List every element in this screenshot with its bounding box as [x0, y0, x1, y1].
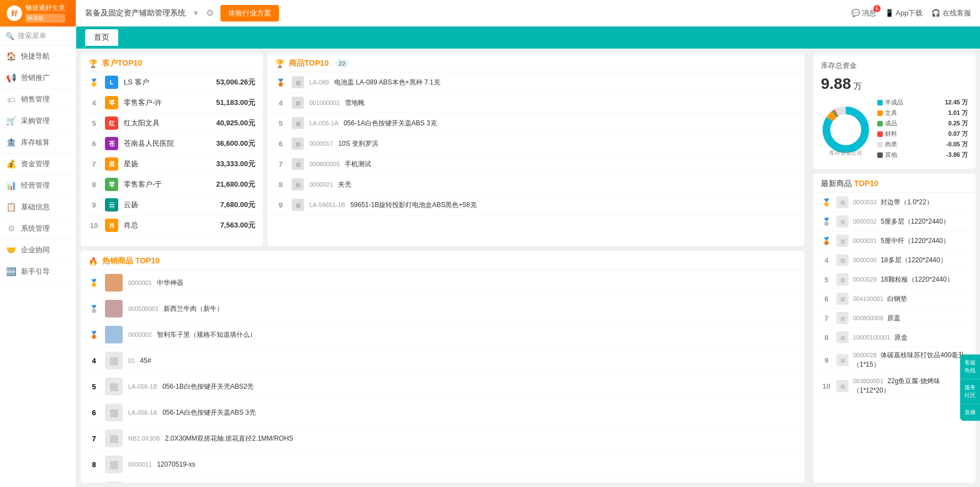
inventory-header: 库存总资金	[821, 61, 968, 71]
online-service-btn[interactable]: 🎧 在线客服	[931, 8, 971, 18]
tab-home[interactable]: 首页	[85, 29, 118, 46]
avatar: 零	[105, 178, 118, 191]
product-code: 10000100001	[853, 334, 890, 341]
trial-button[interactable]: 体验行业方案	[220, 5, 279, 22]
topbar-right: 💬 消息 6 📱 App下载 🎧 在线客服	[851, 8, 971, 18]
sidebar-header: 好 畅捷通好生意 标准版	[0, 0, 76, 27]
content-area: 🏆 客户TOP10 🥇 L LS 客户 53,006.26元 4 零 零售客户-…	[76, 49, 980, 487]
sidebar-item-sales[interactable]: 🏷 销售管理	[0, 89, 76, 110]
new-product-item: 🥇 ▦ 0000033 封边带（1.0*22）	[813, 193, 976, 212]
product-info: 000800005 手机测试	[309, 160, 797, 169]
product-icon: ▦	[292, 178, 304, 190]
product-info: 000800008 原盖	[853, 314, 968, 323]
customer-value: 7,680.00元	[220, 200, 255, 210]
product-name: 056-1B白色按键开关壳ABS2壳	[162, 383, 254, 390]
avatar: 苍	[105, 137, 118, 150]
new-product-item: 9 ▦ 0000028 体碳嘉枝味苏打饮品400毫升（1*15）	[813, 347, 976, 373]
avatar: L	[105, 76, 118, 89]
sidebar-item-system[interactable]: ⚙ 系统管理	[0, 218, 76, 240]
product-info: 0000028 体碳嘉枝味苏打饮品400毫升（1*15）	[853, 351, 968, 369]
product-rank-item: 9 ▦ LA-59651-1B 59651-1B旋转投影灯电池盒ABS黑色+58…	[267, 195, 804, 215]
new-product-item: 🥈 ▦ 0000032 5厘多层（1220*2440）	[813, 212, 976, 231]
sidebar-item-operation[interactable]: 📊 经营管理	[0, 175, 76, 197]
legend-value: -0.05 万	[946, 140, 968, 149]
rank-number: 5	[275, 119, 286, 128]
product-name: 59651-1B旋转投影灯电池盒ABS黑色+58克	[350, 201, 476, 209]
notification-badge: 6	[873, 5, 881, 12]
app-download-btn[interactable]: 📱 App下载	[885, 8, 923, 18]
float-btn-community[interactable]: 服务社区	[960, 379, 980, 404]
product-info: 0000029 18颗粒板（1220*2440）	[853, 275, 968, 284]
sidebar-search[interactable]: 🔍 搜索菜单	[0, 27, 76, 46]
rank-number: 5	[821, 276, 832, 284]
sidebar-item-enterprise[interactable]: 🤝 企业协同	[0, 240, 76, 261]
inventory-card: 库存总资金 9.88 万	[813, 53, 976, 169]
avatar: 零	[105, 96, 118, 109]
product-info: 0000030 18多层（1220*2440）	[853, 256, 968, 265]
product-name: 夹壳	[338, 181, 351, 188]
product-name: 智利车子里（规格不知道填什么）	[157, 331, 256, 338]
sidebar-item-label: 新手引导	[21, 267, 50, 277]
donut-label: 库存资金占比	[821, 149, 871, 157]
product-rank-list: 🥉 ▦ LA-089 电池盖 LA-089 ABS本色+黑种 7.1克 4 ▦ …	[267, 72, 804, 246]
customer-rank-header: 🏆 客户TOP10	[81, 53, 263, 72]
avatar: 肖	[105, 219, 118, 232]
sidebar-item-label: 库存核算	[21, 137, 50, 147]
topbar: 装备及固定资产辅助管理系统 ▼ ⚙ 体验行业方案 💬 消息 6 📱 App下载 …	[76, 0, 980, 27]
product-icon: ▦	[836, 312, 849, 324]
customer-name: 云扬	[124, 200, 214, 210]
product-image	[105, 274, 123, 292]
legend-dot	[877, 110, 883, 116]
new-top-label: TOP10	[854, 179, 878, 188]
rank-number: 9	[275, 201, 286, 209]
hot-product-item: 🥇 0000001 中华神器	[81, 270, 804, 296]
customer-name: 星扬	[124, 159, 210, 169]
sidebar-item-guide[interactable]: 🆕 新手引导	[0, 261, 76, 283]
product-name: 电池盖 LA-089 ABS本色+黑种 7.1克	[334, 78, 440, 86]
product-name: 056-1A白色按键开关盖ABS 3克	[344, 119, 437, 127]
customer-rank-item: 7 星 星扬 33,333.00元	[81, 154, 263, 174]
hot-product-item: 🥈 000500001 新西兰牛肉（新牛）	[81, 296, 804, 322]
rank-number: 6	[821, 295, 832, 303]
product-code: 0000031	[853, 237, 877, 244]
search-icon: 🔍	[6, 32, 14, 40]
product-rank-header: 🏆 商品TOP10 22	[267, 53, 804, 72]
legend-name: 半成品	[885, 98, 942, 107]
new-badge: 22	[335, 59, 349, 68]
product-name: 原盖	[887, 314, 900, 322]
main-area: 装备及固定资产辅助管理系统 ▼ ⚙ 体验行业方案 💬 消息 6 📱 App下载 …	[76, 0, 980, 487]
settings-icon[interactable]: ⚙	[206, 8, 214, 18]
rank-number: 7	[821, 314, 832, 322]
float-btn-service[interactable]: 客服热线	[960, 354, 980, 379]
customer-rank-item: 4 零 零售客户-许 51,183.00元	[81, 93, 263, 113]
customer-name: 红太阳文具	[124, 118, 210, 128]
legend-name: 肉类	[885, 140, 944, 149]
phone-icon: 📱	[885, 9, 894, 17]
product-icon: ▦	[836, 196, 849, 208]
sidebar-item-inventory[interactable]: 🏦 库存核算	[0, 132, 76, 153]
sidebar-item-marketing[interactable]: 📢 营销推广	[0, 67, 76, 89]
hot-products-list: 🥇 0000001 中华神器 🥈 000500001 新西兰牛肉（新牛） 🥉 0…	[81, 270, 804, 483]
sidebar-item-quick-nav[interactable]: 🏠 快捷导航	[0, 46, 76, 67]
dropdown-icon[interactable]: ▼	[192, 9, 199, 17]
legend-name: 其他	[885, 151, 944, 159]
sidebar-item-purchase[interactable]: 🛒 采购管理	[0, 110, 76, 132]
hot-product-item: 4 ▦ 01 45#	[81, 348, 804, 374]
customer-rank-item: 5 红 红太阳文具 40,925.00元	[81, 113, 263, 134]
product-rank-item: 6 ▦ 0000017 10S 变刹罗滨	[267, 134, 804, 154]
rank-number: 🥉	[821, 237, 832, 245]
product-image: ▦	[105, 456, 123, 473]
inventory-legend: 半成品 12.45 万 文具 1.01 万 成品 0.25 万 材料 0.07 …	[877, 98, 968, 161]
notification-btn[interactable]: 💬 消息 6	[851, 8, 877, 18]
product-name: 封边带（1.0*22）	[881, 198, 933, 206]
sidebar-item-finance[interactable]: 💰 资金管理	[0, 153, 76, 175]
product-name: 056-1A白色按键开关盖ABS 3壳	[162, 409, 256, 416]
customer-value: 53,006.26元	[216, 77, 255, 87]
product-icon: ▦	[292, 199, 304, 211]
sidebar-item-basic[interactable]: 📋 基础信息	[0, 197, 76, 218]
float-btn-live[interactable]: 直播	[960, 404, 980, 421]
sidebar: 好 畅捷通好生意 标准版 🔍 搜索菜单 🏠 快捷导航 📢 营销推广 🏷 销售管理…	[0, 0, 76, 487]
product-icon: ▦	[292, 117, 304, 129]
product-name: 雪地靴	[345, 99, 365, 107]
new-icon: 🆕	[6, 267, 17, 277]
